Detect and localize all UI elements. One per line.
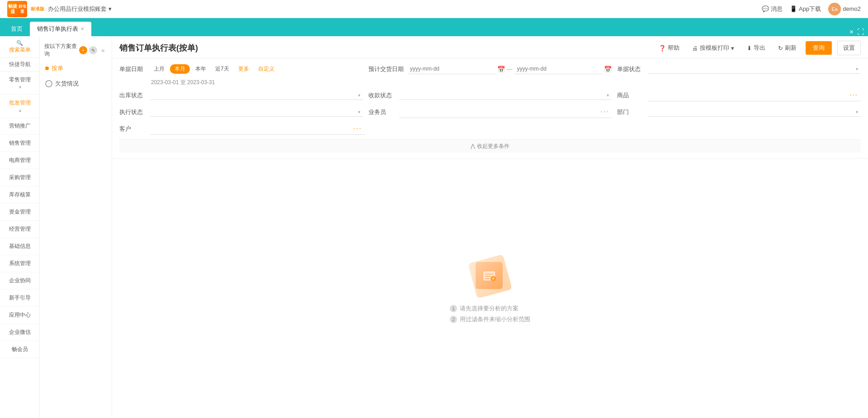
expected-date-end[interactable]: [514, 64, 603, 74]
payment-status-select[interactable]: ▾: [399, 91, 612, 100]
avatar: Ea: [828, 3, 841, 15]
edit-scheme-button[interactable]: ✎: [89, 46, 97, 54]
date-tab-this-year[interactable]: 本年: [192, 64, 210, 74]
sidebar-item-member[interactable]: 畅会员: [0, 341, 39, 358]
sidebar-item-wechat[interactable]: 企业微信: [0, 324, 39, 341]
customer-label: 客户: [119, 125, 146, 133]
payment-status-group: 收款状态 ▾: [368, 91, 612, 100]
status-select[interactable]: ▾: [648, 65, 861, 74]
tab-close-icon[interactable]: ×: [81, 26, 84, 32]
app-download-button[interactable]: 📱 App下载: [790, 5, 821, 13]
sidebar-quick-nav[interactable]: 快捷导航: [0, 58, 39, 71]
scheme-label: 按以下方案查询: [44, 43, 79, 58]
collapse-panel-button[interactable]: «: [99, 46, 107, 54]
sidebar-item-ecommerce[interactable]: 电商管理: [0, 152, 39, 169]
search-button[interactable]: 查询: [806, 41, 832, 55]
dept-chevron-icon: ▾: [856, 109, 858, 114]
empty-tip-2: 2 用过滤条件来缩小分析范围: [450, 315, 530, 323]
content-inner: 按以下方案查询 + ✎ « 按单 ○ 欠货情况: [40, 36, 868, 418]
page-header: 销售订单执行表(按单) ❓ 帮助 🖨 按模板打印 ▾ ⬇: [112, 36, 868, 58]
help-icon: ❓: [659, 45, 666, 52]
sidebar-item-marketing[interactable]: 营销推广: [0, 118, 39, 135]
sidebar-item-wholesale[interactable]: 批发管理 ▴: [0, 95, 39, 118]
tab-sales-order[interactable]: 销售订单执行表 ×: [30, 22, 91, 36]
filter-row-4: 客户 ···: [119, 123, 861, 135]
status-label: 单据状态: [617, 65, 644, 73]
top-bar: 畅捷通 好生意 标准版 办公用品行业模拟账套 ▾ 💬 消息 📱 App下载 Ea…: [0, 0, 868, 18]
date-tab-7days[interactable]: 近7天: [212, 64, 233, 74]
payment-status-label: 收款状态: [368, 91, 396, 100]
payment-chevron-icon: ▾: [607, 93, 609, 98]
close-window-icon[interactable]: ×: [849, 28, 854, 36]
add-scheme-button[interactable]: +: [79, 46, 87, 54]
salesperson-picker-icon[interactable]: ···: [600, 108, 609, 116]
print-chevron-icon: ▾: [731, 45, 734, 52]
dept-select[interactable]: ▾: [648, 108, 861, 117]
sidebar-item-finance[interactable]: 资金管理: [0, 204, 39, 221]
print-button[interactable]: 🖨 按模板打印 ▾: [689, 42, 738, 54]
expected-date-label: 预计交货日期: [368, 65, 404, 73]
tab-bar: 首页 销售订单执行表 × × ⛶: [0, 18, 868, 36]
date-tab-more[interactable]: 更多: [235, 64, 253, 74]
exec-status-label: 执行状态: [119, 108, 146, 116]
warehouse-status-select[interactable]: ▾: [150, 91, 363, 100]
sidebar-item-enterprise[interactable]: 企业协同: [0, 272, 39, 290]
empty-illustration: ?: [467, 254, 513, 299]
help-button[interactable]: ❓ 帮助: [655, 42, 683, 54]
exec-status-select[interactable]: ▾: [150, 108, 363, 117]
calendar-start-icon[interactable]: 📅: [497, 66, 505, 73]
filter-row-2: 出库状态 ▾ 收款状态 ▾: [119, 89, 861, 101]
refresh-button[interactable]: ↻ 刷新: [774, 42, 800, 54]
goods-label: 商品: [617, 91, 644, 100]
tab-home[interactable]: 首页: [4, 22, 30, 36]
goods-picker-icon[interactable]: ···: [849, 91, 858, 99]
customer-group: 客户 ···: [119, 123, 365, 135]
tip-num-2: 2: [450, 316, 457, 323]
customer-picker-icon[interactable]: ···: [353, 124, 362, 133]
search-icon: 🔍: [16, 40, 23, 46]
sidebar-item-inventory[interactable]: 库存核算: [0, 186, 39, 204]
exec-chevron-icon: ▾: [358, 109, 360, 114]
nav-title[interactable]: 办公用品行业模拟账套 ▾: [48, 5, 112, 13]
left-panel: 按以下方案查询 + ✎ « 按单 ○ 欠货情况: [40, 36, 112, 418]
left-panel-icons: + ✎ «: [79, 46, 107, 54]
maximize-window-icon[interactable]: ⛶: [857, 28, 864, 36]
sidebar-item-operations[interactable]: 经营管理: [0, 221, 39, 238]
settings-button[interactable]: 设置: [837, 41, 861, 55]
sidebar-item-system[interactable]: 系统管理: [0, 255, 39, 272]
calendar-end-icon[interactable]: 📅: [604, 66, 612, 73]
tab-window-controls: × ⛶: [849, 28, 864, 36]
expected-date-range: 📅 — 📅: [407, 64, 612, 74]
right-content: 销售订单执行表(按单) ❓ 帮助 🖨 按模板打印 ▾ ⬇: [112, 36, 868, 418]
empty-tip-1: 1 请先选择要分析的方案: [450, 304, 530, 313]
date-label: 单据日期: [119, 65, 146, 73]
exec-status-group: 执行状态 ▾: [119, 108, 363, 117]
collapse-filters-button[interactable]: ⋀ 收起更多条件: [119, 139, 861, 153]
message-icon: 💬: [762, 5, 769, 12]
refresh-icon: ↻: [778, 45, 783, 52]
sidebar-item-app-center[interactable]: 应用中心: [0, 307, 39, 324]
date-tab-custom[interactable]: 自定义: [255, 64, 278, 74]
date-tab-last-month[interactable]: 上月: [150, 64, 168, 74]
sidebar-item-purchase[interactable]: 采购管理: [0, 169, 39, 186]
scheme-item-backorder[interactable]: ○ 欠货情况: [40, 76, 112, 91]
content-area: 按以下方案查询 + ✎ « 按单 ○ 欠货情况: [40, 36, 868, 418]
sidebar-item-sales[interactable]: 销售管理: [0, 135, 39, 152]
date-separator: —: [507, 66, 513, 72]
export-button[interactable]: ⬇ 导出: [743, 42, 769, 54]
collapse-icon: ⋀: [471, 143, 475, 149]
sidebar-search[interactable]: 🔍 搜索菜单: [0, 36, 39, 58]
expected-date-start[interactable]: [407, 64, 495, 74]
page-actions: ❓ 帮助 🖨 按模板打印 ▾ ⬇ 导出 ↻: [655, 41, 861, 55]
active-dot-icon: [45, 66, 49, 70]
goods-group: 商品 ···: [617, 89, 861, 101]
user-menu[interactable]: Ea demo2: [828, 3, 861, 15]
date-tab-this-month[interactable]: 本月: [170, 64, 190, 74]
dept-group: 部门 ▾: [617, 108, 861, 117]
svg-text:?: ?: [492, 277, 495, 281]
sidebar-item-retail[interactable]: 零售管理 ▾: [0, 71, 39, 95]
sidebar-item-guide[interactable]: 新手引导: [0, 290, 39, 307]
scheme-item-order[interactable]: 按单: [40, 61, 112, 76]
sidebar-item-basic-info[interactable]: 基础信息: [0, 238, 39, 255]
message-button[interactable]: 💬 消息: [762, 5, 783, 13]
